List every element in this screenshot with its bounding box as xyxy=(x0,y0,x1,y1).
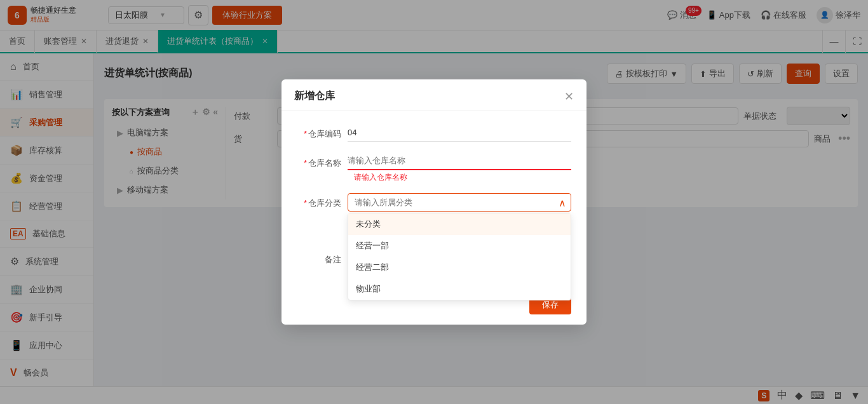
add-warehouse-dialog: 新增仓库 ✕ 仓库编码 仓库名称 请输入仓库名称 仓库分类 xyxy=(281,79,587,325)
category-label: 仓库分类 xyxy=(297,193,348,209)
category-input[interactable] xyxy=(348,193,571,212)
dropdown-item-uncategorized[interactable]: 未分类 xyxy=(348,213,571,235)
name-error-msg: 请输入仓库名称 xyxy=(354,172,407,183)
dropdown-item-dept1[interactable]: 经营一部 xyxy=(348,235,571,257)
dialog-body: 仓库编码 仓库名称 请输入仓库名称 仓库分类 ∧ 未分类 xyxy=(281,111,587,288)
category-dropdown: 未分类 经营一部 经营二部 物业部 xyxy=(348,213,571,300)
form-row-name: 仓库名称 请输入仓库名称 xyxy=(297,152,571,183)
name-input[interactable] xyxy=(348,152,571,170)
code-label: 仓库编码 xyxy=(297,124,348,140)
name-label: 仓库名称 xyxy=(297,153,348,169)
dropdown-item-dept2[interactable]: 经营二部 xyxy=(348,257,571,278)
dialog-title: 新增仓库 xyxy=(294,90,335,103)
category-select-wrap: ∧ 未分类 经营一部 经营二部 物业部 xyxy=(348,193,571,212)
code-input[interactable] xyxy=(348,124,571,142)
dialog-header: 新增仓库 ✕ xyxy=(281,79,587,111)
modal-overlay[interactable]: 新增仓库 ✕ 仓库编码 仓库名称 请输入仓库名称 仓库分类 xyxy=(0,0,868,404)
form-row-code: 仓库编码 xyxy=(297,124,571,142)
note-label: 备注 xyxy=(297,250,348,266)
dropdown-item-property[interactable]: 物业部 xyxy=(348,278,571,300)
dialog-close-button[interactable]: ✕ xyxy=(564,91,574,102)
form-row-category: 仓库分类 ∧ 未分类 经营一部 经营二部 物业部 xyxy=(297,193,571,212)
